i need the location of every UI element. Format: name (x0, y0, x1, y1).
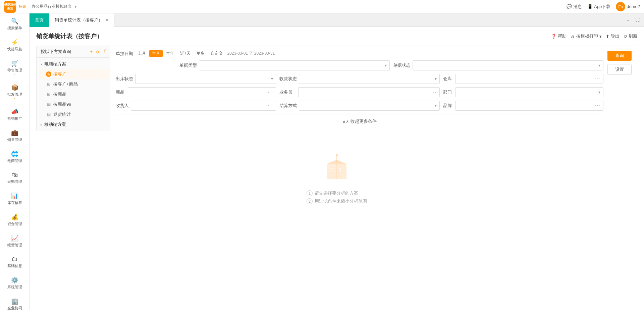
chevron-right-icon: ▸ (41, 123, 42, 126)
by-customer-label: 按客户 (53, 71, 66, 77)
empty-tip-1: 1 请先选择要分析的方案 (307, 190, 367, 196)
collapse-btn[interactable]: ∧∧ 收起更多条件 (338, 117, 381, 126)
salesperson-control[interactable]: ··· (298, 87, 440, 97)
app-subtitle: 标账 (19, 4, 26, 9)
product-dots-icon: ··· (268, 89, 273, 95)
setting-button[interactable]: 设置 (607, 64, 632, 75)
user-area[interactable]: Ea demo2 (616, 2, 640, 11)
settlement-control[interactable]: ▾ (299, 101, 440, 111)
department-control[interactable]: ▾ (455, 87, 603, 97)
sidebar-item-ops[interactable]: 📈 经营管理 (0, 230, 29, 252)
scheme-item-by-customer[interactable]: 客 按客户 (39, 69, 110, 79)
sidebar-label-marketing: 营销推广 (1, 116, 28, 121)
refresh-btn[interactable]: ↺ 刷新 (624, 33, 637, 39)
sidebar-item-marketing[interactable]: 📣 营销推广 (0, 104, 29, 125)
sidebar-item-ecommerce[interactable]: 🌐 电商管理 (0, 146, 29, 167)
page-content: 销货单统计表（按客户） ❓ 帮助 🖨 按模板打印 ▾ ⬆ (30, 27, 644, 310)
query-button[interactable]: 查询 (607, 51, 632, 61)
sidebar-item-inventory[interactable]: 📊 库存核算 (0, 188, 29, 209)
edit-scheme-btn[interactable]: ⊙ (96, 49, 99, 54)
tab-sales-stats[interactable]: 销货单统计表（按客户） ✕ (49, 13, 114, 27)
industry-label: 办公用品行业模拟账套 (32, 4, 72, 9)
scheme-group-mobile-header[interactable]: ▸ 移动端方案 (37, 119, 110, 130)
add-scheme-btn[interactable]: ＋ (89, 49, 94, 55)
date-tab-this-month[interactable]: 本月 (149, 50, 163, 57)
tab-close-icon[interactable]: ✕ (105, 18, 109, 22)
warehouse-control[interactable]: ··· (455, 74, 603, 84)
dropdown-icon[interactable]: ▾ (74, 4, 77, 9)
split-layout: 按以下方案查询 ＋ ⊙ 《 ▾ (36, 46, 637, 131)
date-filter: 单据日期 上月 本月 本年 近7天 更多 自定义 (116, 50, 275, 57)
sidebar-label-quick-nav: 快捷导航 (1, 47, 28, 52)
sidebar-item-system[interactable]: ⚙️ 系统管理 (0, 272, 29, 294)
empty-illustration (320, 151, 354, 185)
brand-control[interactable]: ··· (455, 101, 603, 111)
filter-main: 单据日期 上月 本月 本年 近7天 更多 自定义 (116, 50, 632, 126)
inventory-icon: 📊 (1, 192, 28, 200)
sidebar-label-system: 系统管理 (1, 285, 28, 290)
sidebar-item-sales[interactable]: 💼 销售管理 (0, 125, 29, 146)
sidebar-item-basic[interactable]: 🗂 基础信息 (0, 252, 29, 272)
customer-product-icon: ⊞ (46, 82, 51, 87)
top-bar: 畅捷通好生意 标账 办公用品行业模拟账套 ▾ 💬 消息 📱 App下载 Ea d… (0, 0, 644, 13)
empty-tips: 1 请先选择要分析的方案 2 用过滤条件来缩小分析范围 (307, 190, 367, 204)
scheme-panel-header: 按以下方案查询 ＋ ⊙ 《 (37, 46, 110, 58)
wholesale-expand-icon: ▴ (1, 97, 28, 100)
sidebar-label-ecommerce: 电商管理 (1, 158, 28, 163)
sidebar-item-search-menu[interactable]: 🔍 搜索菜单 (0, 13, 29, 35)
collapse-scheme-btn[interactable]: 《 (101, 49, 106, 55)
date-tab-7days[interactable]: 近7天 (177, 50, 193, 57)
ship-status-label: 出库状态 (116, 76, 133, 82)
collapse-row: ∧∧ 收起更多条件 (116, 114, 603, 126)
sidebar-label-purchase: 采购管理 (1, 179, 28, 184)
page-title: 销货单统计表（按客户） (36, 32, 103, 40)
scheme-item-by-customer-product[interactable]: ⊞ 按客户+商品 (39, 79, 110, 89)
sidebar-label-search: 搜索菜单 (1, 25, 28, 31)
receiver-label: 收货人 (116, 103, 129, 109)
tab-maximize-btn[interactable]: ⛶ (633, 16, 641, 24)
sidebar-item-finance[interactable]: 💰 资金管理 (0, 209, 29, 230)
scheme-group-mobile: ▸ 移动端方案 (37, 119, 110, 130)
sidebar-item-corp[interactable]: 🏢 企业协同 (0, 294, 29, 310)
receiver-filter: 收货人 ··· (116, 101, 276, 111)
order-type-label: 单据类型 (179, 62, 197, 68)
scheme-item-by-product-99[interactable]: ▦ 按商品99 (39, 99, 110, 109)
svg-point-7 (341, 169, 342, 170)
app-download-btn[interactable]: 📱 App下载 (587, 4, 610, 10)
date-tab-last-month[interactable]: 上月 (135, 50, 149, 57)
date-tab-this-year[interactable]: 本年 (163, 50, 177, 57)
template-print-btn[interactable]: 🖨 按模板打印 ▾ (571, 33, 602, 39)
export-btn[interactable]: ⬆ 导出 (606, 33, 620, 39)
help-btn[interactable]: ❓ 帮助 (551, 33, 567, 39)
search-icon: 🔍 (1, 17, 28, 25)
filter-row-1: 单据日期 上月 本月 本年 近7天 更多 自定义 (116, 50, 603, 57)
order-type-control[interactable]: ▾ (199, 60, 390, 70)
sidebar-label-ops: 经营管理 (1, 243, 28, 248)
sidebar-label-sales: 销售管理 (1, 137, 28, 142)
date-tab-more[interactable]: 更多 (194, 50, 207, 57)
receiver-control[interactable]: ··· (131, 101, 276, 111)
message-btn[interactable]: 💬 消息 (567, 4, 582, 10)
retail-icon: 🛒 (1, 60, 28, 67)
date-tab-custom[interactable]: 自定义 (208, 50, 225, 57)
order-status-control[interactable]: ▾ (413, 60, 603, 70)
scheme-item-by-product[interactable]: ⊞ 按商品 (39, 89, 110, 99)
ship-status-control[interactable]: ▾ (135, 74, 276, 84)
sidebar-item-quick-nav[interactable]: ⚡ 快捷导航 (0, 35, 29, 56)
salesperson-filter: 业务员 ··· (279, 87, 440, 97)
pay-status-control[interactable]: ▾ (299, 74, 440, 84)
filter-row-2: 出库状态 ▾ 收款状态 ▾ (116, 74, 603, 84)
sidebar-item-purchase[interactable]: 🛍 采购管理 (0, 167, 29, 188)
pay-status-filter: 收款状态 ▾ (279, 74, 440, 84)
scheme-group-desktop-header[interactable]: ▾ 电脑端方案 (37, 59, 110, 69)
tab-home[interactable]: 首页 (30, 13, 49, 27)
product-control[interactable]: ··· (128, 87, 276, 97)
order-type-chevron-icon: ▾ (385, 63, 387, 68)
scheme-item-return-stats[interactable]: ▤ 退货统计 (39, 109, 110, 119)
download-icon: 📱 (587, 4, 593, 9)
warehouse-filter: 仓库 ··· (443, 74, 603, 84)
tab-minimize-btn[interactable]: – (624, 16, 632, 24)
sidebar-item-retail[interactable]: 🛒 零售管理 ▾ (0, 56, 29, 80)
pay-status-label: 收款状态 (279, 76, 297, 82)
sidebar-item-wholesale[interactable]: 📦 批发管理 ▴ (0, 80, 29, 104)
